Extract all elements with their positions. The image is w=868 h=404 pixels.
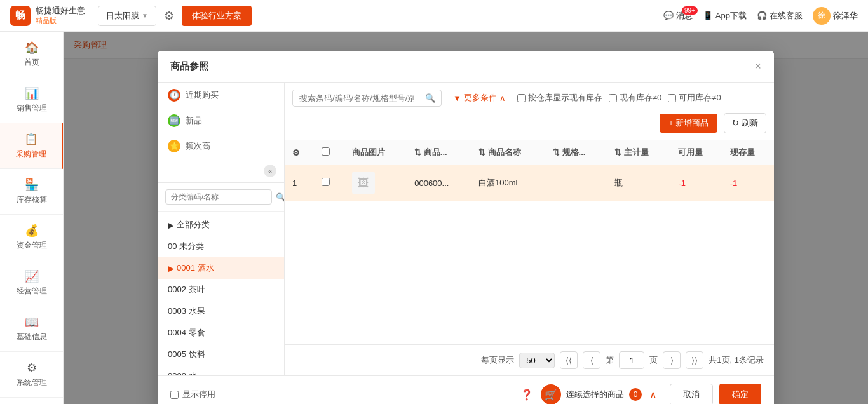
cat-arrow-0001-icon: ▶ [168,264,174,273]
system-icon: ⚙ [27,361,37,375]
app-download-item[interactable]: 📱 App下载 [703,10,747,22]
first-page-button[interactable]: ⟨⟨ [560,351,578,369]
show-disabled-label: 显示停用 [182,389,215,400]
sidebar-item-sales[interactable]: 📊 销售管理 [0,77,63,123]
user-profile[interactable]: 徐 徐泽华 [813,7,858,25]
inventory-icon: 🏪 [25,178,39,192]
show-disabled-input[interactable] [170,391,179,399]
product-reference-modal: 商品参照 × 🕐 近期购买 🆕 [158,51,774,404]
col-spec[interactable]: ⇅ 规格... [545,140,607,165]
col-settings[interactable]: ⚙ [285,140,314,165]
checkbox-available-stock-input[interactable] [668,94,676,102]
cat-item-0002[interactable]: 0002 茶叶 [158,279,284,300]
cart-icon[interactable]: 🛒 [541,384,561,404]
sidebar-item-finance[interactable]: 💰 资金管理 [0,215,63,260]
prev-page-button[interactable]: ⟨ [583,351,600,369]
product-search-input[interactable] [293,90,420,106]
page-number-input[interactable] [619,351,644,369]
more-filter-button[interactable]: ▼ 更多条件 ∧ [448,89,511,107]
cat-item-0004[interactable]: 0004 零食 [158,322,284,344]
cat-item-0003[interactable]: 0003 水果 [158,300,284,322]
cancel-button[interactable]: 取消 [670,384,713,404]
quick-label-recent: 近期购买 [186,90,219,101]
col-available: 可用量 [670,140,722,165]
message-icon: 💬 [663,11,674,20]
show-disabled-checkbox[interactable]: 显示停用 [170,389,215,400]
col-code[interactable]: ⇅ 商品... [407,140,471,165]
table-row[interactable]: 1 🖼 000600... 白酒100ml 瓶 [285,165,774,201]
cat-label-0001: 0001 酒水 [177,262,214,274]
checkbox-warehouse-stock-input[interactable] [517,94,526,102]
cat-item-all[interactable]: ▶ 全部分类 [158,214,284,236]
sidebar-item-home[interactable]: 🏠 首页 [0,32,63,77]
logo-area: 畅 畅捷通好生意 精品版 [10,6,85,26]
collapse-left-panel-button[interactable]: « [264,165,276,177]
cat-item-0008[interactable]: 0008 水 [158,365,284,375]
col-name[interactable]: ⇅ 商品名称 [471,140,545,165]
row-checkbox[interactable] [322,178,330,186]
category-search-area: 🔍 [158,183,284,212]
checkbox-nonzero-stock[interactable]: 现有库存≠0 [609,92,661,104]
cat-item-00[interactable]: 00 未分类 [158,236,284,257]
checkbox-available-stock[interactable]: 可用库存≠0 [668,92,721,104]
sidebar-item-inventory[interactable]: 🏪 库存核算 [0,169,63,215]
trial-button[interactable]: 体验行业方案 [182,6,252,26]
sidebar-label-business: 经营管理 [17,286,47,297]
cat-item-0001[interactable]: ▶ 0001 酒水 [158,257,284,279]
sidebar-item-purchase[interactable]: 📋 采购管理 [0,123,63,169]
product-table: ⚙ 商品图片 ⇅ 商品... ⇅ 商品名称 ⇅ 规格... ⇅ 主计量 可用量 [285,140,774,201]
sidebar-item-system[interactable]: ⚙ 系统管理 [0,352,63,398]
modal-overlay: 商品参照 × 🕐 近期购买 🆕 [64,32,868,404]
cart-count-badge: 0 [629,388,642,401]
cell-name: 白酒100ml [471,165,545,201]
product-search-button[interactable]: 🔍 [420,90,441,106]
main-layout: 🏠 首页 📊 销售管理 📋 采购管理 🏪 库存核算 💰 资金管理 📈 经营管理 … [0,32,868,404]
cat-item-0005[interactable]: 0005 饮料 [158,344,284,365]
col-checkbox[interactable] [314,140,344,165]
collapse-cart-icon[interactable]: ∧ [649,389,657,401]
sidebar: 🏠 首页 📊 销售管理 📋 采购管理 🏪 库存核算 💰 资金管理 📈 经营管理 … [0,32,64,404]
notifications-badge: 99+ [682,6,698,15]
filter-icon: ▼ [453,93,461,103]
next-page-button[interactable]: ⟩ [663,351,681,369]
select-all-checkbox[interactable] [322,147,330,156]
quick-item-recent[interactable]: 🕐 近期购买 [158,83,284,108]
settings-icon[interactable]: ⚙ [164,9,174,23]
sidebar-label-base: 基础信息 [17,332,47,342]
filter-collapse-icon: ∧ [499,93,506,103]
quick-item-new[interactable]: 🆕 新品 [158,108,284,133]
sales-icon: 📊 [25,86,39,100]
category-search-input[interactable] [165,189,272,205]
page-size-select[interactable]: 50 100 200 [519,353,555,368]
notifications-item[interactable]: 💬 99+ 消息 [663,10,693,22]
sidebar-item-business[interactable]: 📈 经营管理 [0,260,63,306]
right-panel: 🔍 ▼ 更多条件 ∧ 按仓库显示现有库存 [285,83,774,375]
cat-label-0004: 0004 零食 [168,327,205,339]
col-unit[interactable]: ⇅ 主计量 [607,140,670,165]
add-product-button[interactable]: + 新增商品 [660,114,717,133]
sidebar-item-base[interactable]: 📖 基础信息 [0,306,63,352]
cart-area: 🛒 连续选择的商品 0 [541,384,642,404]
nav-dropdown[interactable]: 日太阳膜 ▼ [98,6,156,26]
modal-close-button[interactable]: × [754,60,761,73]
cat-label-0005: 0005 饮料 [168,349,205,360]
cell-unit: 瓶 [607,165,670,201]
quick-item-frequent[interactable]: ⭐ 频次高 [158,133,284,159]
pagination: 每页显示 50 100 200 ⟨⟨ ⟨ 第 页 ⟩ [285,344,774,375]
cell-checkbox[interactable] [314,165,344,201]
refresh-button[interactable]: ↻ 刷新 [724,113,766,133]
last-page-button[interactable]: ⟩⟩ [686,351,703,369]
col-image: 商品图片 [344,140,407,165]
nav-right: 💬 99+ 消息 📱 App下载 🎧 在线客服 徐 徐泽华 [663,7,858,25]
cat-label-00: 00 未分类 [168,241,204,252]
sidebar-item-enterprise[interactable]: 🤝 企业协同 [0,398,63,404]
checkbox-nonzero-stock-input[interactable] [609,94,617,102]
online-service-item[interactable]: 🎧 在线客服 [757,10,803,22]
category-tree: ▶ 全部分类 00 未分类 ▶ 0001 酒水 0002 茶 [158,212,284,375]
confirm-button[interactable]: 确定 [719,384,761,404]
help-icon[interactable]: ❓ [520,389,533,401]
category-search-icon[interactable]: 🔍 [276,192,285,202]
table-body: 1 🖼 000600... 白酒100ml 瓶 [285,165,774,201]
checkbox-show-stock[interactable]: 按仓库显示现有库存 [517,92,602,104]
cart-label: 连续选择的商品 [566,389,624,400]
